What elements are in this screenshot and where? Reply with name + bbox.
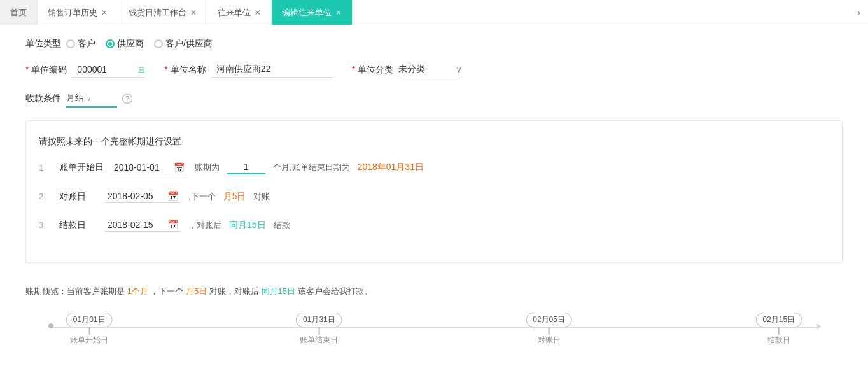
timeline-node-2-stem <box>318 327 319 335</box>
help-icon[interactable]: ? <box>122 94 132 104</box>
timeline-node-4: 02月15日 结款日 <box>755 313 802 346</box>
tab-more-button[interactable]: › <box>850 7 868 18</box>
radio-customer[interactable]: 客户 <box>66 38 95 50</box>
tab-counterparty-label: 往来单位 <box>218 7 251 18</box>
unit-category-select[interactable]: 未分类 ∨ <box>398 61 462 78</box>
payment-terms-value: 月结 <box>66 92 84 104</box>
preview-text: 账期预览：当前客户账期是 1个月 ，下一个 月5日 对账，对账后 同月15日 该… <box>25 286 843 297</box>
unit-code-input-wrap: ⊟ <box>72 62 145 78</box>
setting-row-3-label: 结款日 <box>59 220 97 231</box>
radio-both[interactable]: 客户/供应商 <box>154 38 213 50</box>
preview-part1: 1个月 <box>127 286 148 296</box>
payment-terms-chevron: ∨ <box>87 95 91 102</box>
unit-name-label: 单位名称 <box>164 64 206 76</box>
timeline-node-1-label: 账单开始日 <box>70 335 108 346</box>
unit-code-input[interactable] <box>72 62 136 77</box>
unit-type-radio-group: 客户 供应商 客户/供应商 <box>66 38 213 50</box>
setting-row-1-desc: 个月,账单结束日期为 <box>273 162 350 173</box>
preview-sep2: 对账，对账后 <box>209 286 259 296</box>
timeline-nodes: 01月01日 账单开始日 01月31日 账单结束日 02月05日 对账日 <box>51 313 817 363</box>
timeline-arrow-end <box>817 323 821 330</box>
setting-row-2-highlight: 月5日 <box>223 191 246 202</box>
setting-row-3-date-input[interactable] <box>108 220 165 230</box>
timeline-node-1: 01月01日 账单开始日 <box>66 313 113 346</box>
preview-sep1: ，下一个 <box>150 286 183 296</box>
timeline-node-4-label: 结款日 <box>767 335 790 346</box>
payment-terms-row: 收款条件 月结 ∨ ? <box>25 90 843 108</box>
tab-home[interactable]: 首页 <box>0 0 38 25</box>
setting-row-3-desc-before: ，对账后 <box>188 220 221 231</box>
setting-row-3-num: 3 <box>39 220 52 230</box>
tab-counterparty[interactable]: 往来单位 ✕ <box>207 0 272 25</box>
unit-type-label: 单位类型 <box>25 38 61 50</box>
timeline-node-2: 01月31日 账单结束日 <box>296 313 342 346</box>
tab-edit-counterparty-label: 编辑往来单位 <box>282 7 332 18</box>
tab-cash-workbench-label: 钱货日清工作台 <box>129 7 186 18</box>
timeline-node-4-stem <box>778 327 780 335</box>
setting-row-1-date-wrap: 📅 <box>111 161 187 174</box>
timeline-node-1-pill: 01月01日 <box>66 313 113 327</box>
tab-cash-workbench[interactable]: 钱货日清工作台 ✕ <box>118 0 207 25</box>
radio-supplier[interactable]: 供应商 <box>106 38 144 50</box>
setting-row-3-date-wrap: 📅 <box>105 218 181 232</box>
calendar-icon-2[interactable]: 📅 <box>167 191 178 201</box>
radio-customer-circle <box>66 39 75 48</box>
tab-bar: 首页 销售订单历史 ✕ 钱货日清工作台 ✕ 往来单位 ✕ 编辑往来单位 ✕ › <box>0 0 868 25</box>
unit-category-group: 单位分类 未分类 ∨ <box>352 61 462 78</box>
setting-row-2-num: 2 <box>39 192 52 201</box>
calendar-icon-1[interactable]: 📅 <box>174 162 185 172</box>
radio-customer-label: 客户 <box>78 38 95 50</box>
tab-edit-counterparty-close[interactable]: ✕ <box>335 8 342 17</box>
timeline-node-2-label: 账单结束日 <box>300 335 338 346</box>
preview-sep3: 该客户会给我打款。 <box>298 286 372 296</box>
unit-code-label: 单位编码 <box>25 64 67 76</box>
tab-home-label: 首页 <box>10 7 27 18</box>
preview-part2: 月5日 <box>186 286 207 296</box>
timeline-node-3-label: 对账日 <box>538 335 561 346</box>
tab-sales-history[interactable]: 销售订单历史 ✕ <box>38 0 118 25</box>
setting-row-1-label: 账单开始日 <box>59 162 104 173</box>
timeline-node-1-stem <box>88 327 90 335</box>
unit-name-group: 单位名称 <box>164 62 332 78</box>
setting-row-3-desc-after: 结款 <box>274 220 290 231</box>
unit-name-input[interactable] <box>211 62 333 78</box>
tab-counterparty-close[interactable]: ✕ <box>255 8 261 17</box>
preview-section: 账期预览：当前客户账期是 1个月 ，下一个 月5日 对账，对账后 同月15日 该… <box>25 276 843 363</box>
period-input[interactable] <box>227 160 265 174</box>
preview-part3: 同月15日 <box>262 286 295 296</box>
unit-info-row: 单位编码 ⊟ 单位名称 单位分类 未分类 ∨ <box>25 61 843 78</box>
period-end-date: 2018年01月31日 <box>358 162 424 173</box>
timeline-node-3-stem <box>549 327 550 335</box>
radio-supplier-label: 供应商 <box>117 38 144 50</box>
payment-terms-label: 收款条件 <box>25 93 61 104</box>
setting-row-3: 3 结款日 📅 ，对账后 同月15日 结款 <box>39 218 829 232</box>
preview-label: 账期预览：当前客户账期是 <box>25 286 125 296</box>
main-content: 单位类型 客户 供应商 客户/供应商 单位编码 <box>0 25 868 387</box>
tab-sales-history-close[interactable]: ✕ <box>101 8 108 17</box>
radio-supplier-circle <box>106 39 115 48</box>
unit-type-row: 单位类型 客户 供应商 客户/供应商 <box>25 38 843 50</box>
tab-cash-workbench-close[interactable]: ✕ <box>190 8 197 17</box>
setting-row-2-desc-after: 对账 <box>253 191 270 202</box>
setting-row-1-date-input[interactable] <box>114 162 171 172</box>
settings-box: 请按照未来的一个完整帐期进行设置 1 账单开始日 📅 账期为 个月,账单结束日期… <box>25 120 843 263</box>
setting-row-1-num: 1 <box>39 163 52 172</box>
timeline: 01月01日 账单开始日 01月31日 账单结束日 02月05日 对账日 <box>25 313 843 363</box>
unit-type-group: 单位类型 客户 供应商 客户/供应商 <box>25 38 213 50</box>
setting-row-2-date-wrap: 📅 <box>105 190 181 203</box>
radio-both-circle <box>154 39 163 48</box>
timeline-node-3-pill: 02月05日 <box>526 313 572 327</box>
setting-row-2: 2 对账日 📅 ,下一个 月5日 对账 <box>39 190 829 203</box>
unit-category-value: 未分类 <box>398 64 425 75</box>
payment-terms-group: 收款条件 月结 ∨ ? <box>25 90 132 108</box>
payment-terms-select[interactable]: 月结 ∨ <box>66 90 117 108</box>
setting-row-2-desc-before: ,下一个 <box>188 191 216 202</box>
setting-row-2-date-input[interactable] <box>108 191 165 201</box>
calendar-icon-3[interactable]: 📅 <box>167 220 178 230</box>
tab-edit-counterparty[interactable]: 编辑往来单位 ✕ <box>272 0 353 25</box>
unit-code-group: 单位编码 ⊟ <box>25 62 145 78</box>
setting-row-2-label: 对账日 <box>59 191 97 202</box>
timeline-node-3: 02月05日 对账日 <box>526 313 572 346</box>
setting-row-3-highlight: 同月15日 <box>229 220 266 231</box>
copy-icon[interactable]: ⊟ <box>138 65 145 74</box>
